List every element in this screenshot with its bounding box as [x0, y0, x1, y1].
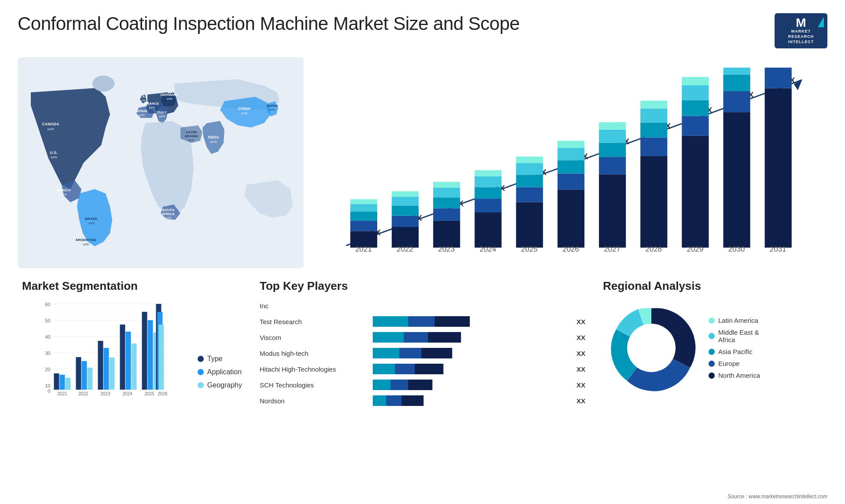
regional-legend: Latin America Middle East &Africa Asia P… — [709, 317, 760, 379]
player-bar-viscom — [352, 331, 570, 343]
svg-rect-102 — [723, 91, 750, 112]
svg-text:50: 50 — [45, 318, 50, 323]
europe-label: Europe — [718, 360, 739, 367]
svg-text:MEXICO: MEXICO — [57, 188, 71, 192]
svg-text:2028: 2028 — [645, 245, 662, 253]
svg-text:FRANCE: FRANCE — [144, 102, 159, 106]
player-name-sch: SCH Technologies — [260, 381, 348, 389]
svg-text:2024: 2024 — [122, 391, 132, 396]
application-label: Application — [207, 368, 242, 376]
application-dot — [198, 369, 204, 375]
svg-rect-63 — [433, 182, 460, 187]
svg-text:2030: 2030 — [728, 245, 745, 253]
type-label: Type — [207, 355, 223, 363]
world-map-section: CANADA xx% U.S. xx% MEXICO xx% BRAZIL xx… — [18, 57, 304, 268]
svg-text:SAUDI: SAUDI — [186, 130, 197, 134]
source-text: Source : www.marketresearchintellect.com — [727, 493, 827, 500]
svg-rect-50 — [350, 204, 377, 212]
seg-chart: 60 50 40 30 20 10 0 — [22, 299, 189, 398]
player-value-modus: XX — [577, 350, 585, 357]
bottom-grid: Market Segmentation 60 50 40 30 20 10 0 — [18, 275, 827, 407]
svg-text:SPAIN: SPAIN — [136, 109, 147, 113]
svg-text:SOUTH: SOUTH — [162, 208, 174, 212]
europe-dot — [709, 361, 715, 367]
player-row-viscom: Viscom XX — [260, 331, 585, 343]
legend-geography: Geography — [198, 381, 242, 389]
svg-rect-51 — [350, 199, 377, 204]
svg-text:20: 20 — [45, 367, 50, 372]
svg-text:xx%: xx% — [188, 139, 194, 142]
svg-rect-57 — [392, 191, 419, 197]
svg-text:2027: 2027 — [604, 245, 621, 253]
svg-rect-65 — [474, 212, 501, 248]
middle-east-dot — [709, 333, 715, 339]
svg-rect-101 — [723, 112, 750, 248]
svg-rect-87 — [599, 122, 626, 130]
legend-asia-pacific: Asia Pacific — [709, 348, 760, 355]
asia-pacific-label: Asia Pacific — [718, 348, 753, 355]
svg-rect-128 — [76, 357, 81, 390]
bar-chart-section: XX XX XX XX XX XX XX XX XX XX XX 2021 — [312, 57, 827, 268]
svg-rect-89 — [640, 156, 667, 248]
svg-text:ARABIA: ARABIA — [184, 134, 198, 138]
donut-svg — [603, 299, 700, 396]
svg-text:2022: 2022 — [78, 391, 88, 396]
legend-application: Application — [198, 368, 242, 376]
svg-rect-48 — [350, 221, 377, 231]
svg-text:xx%: xx% — [210, 140, 217, 144]
svg-rect-85 — [599, 143, 626, 157]
player-name-modus: Modus high-tech — [260, 350, 348, 357]
svg-rect-99 — [682, 77, 709, 85]
north-america-dot — [709, 373, 715, 379]
player-name-viscom: Viscom — [260, 334, 348, 341]
svg-rect-130 — [87, 368, 92, 390]
svg-rect-103 — [723, 74, 750, 91]
seg-chart-container: 60 50 40 30 20 10 0 — [22, 299, 242, 398]
svg-text:2026: 2026 — [562, 245, 579, 253]
svg-text:ARGENTINA: ARGENTINA — [75, 238, 96, 242]
svg-rect-79 — [558, 160, 584, 173]
player-bar-testresearch — [352, 315, 570, 328]
svg-text:2022: 2022 — [397, 245, 413, 253]
svg-rect-80 — [558, 148, 584, 160]
svg-rect-141 — [147, 320, 153, 390]
player-name-inc: Inc — [260, 302, 348, 310]
svg-rect-107 — [765, 88, 792, 248]
player-name-hitachi: Hitachi High-Technologies — [260, 365, 348, 373]
svg-text:xx%: xx% — [83, 243, 88, 246]
page-container: Conformal Coating Inspection Machine Mar… — [0, 0, 845, 504]
svg-text:2025: 2025 — [521, 245, 538, 253]
svg-text:2021: 2021 — [57, 391, 67, 396]
latin-america-label: Latin America — [718, 317, 758, 324]
svg-rect-73 — [516, 175, 543, 187]
svg-rect-53 — [392, 227, 419, 248]
north-america-label: North America — [718, 372, 760, 379]
geography-dot — [198, 382, 204, 388]
svg-text:CANADA: CANADA — [42, 122, 59, 126]
svg-rect-162 — [373, 380, 390, 390]
player-row-nordson: Nordson XX — [260, 394, 585, 407]
legend-europe: Europe — [709, 360, 760, 367]
svg-text:U.K.: U.K. — [139, 95, 146, 99]
svg-text:2023: 2023 — [438, 245, 455, 253]
svg-rect-62 — [433, 188, 460, 198]
svg-text:2031: 2031 — [770, 245, 786, 253]
svg-rect-153 — [373, 332, 404, 343]
svg-text:30: 30 — [45, 351, 50, 356]
svg-rect-74 — [516, 163, 543, 175]
svg-rect-61 — [433, 197, 460, 208]
svg-rect-84 — [599, 157, 626, 175]
svg-text:2023: 2023 — [100, 391, 110, 396]
svg-rect-66 — [474, 199, 501, 212]
svg-rect-133 — [103, 348, 109, 390]
svg-rect-67 — [474, 187, 501, 199]
svg-rect-136 — [120, 325, 125, 390]
svg-point-166 — [627, 324, 676, 372]
svg-rect-68 — [474, 176, 501, 187]
svg-rect-146 — [158, 325, 164, 390]
svg-rect-92 — [640, 109, 667, 123]
logo-letter: M — [796, 17, 806, 29]
logo-triangle-icon — [818, 17, 824, 27]
svg-rect-150 — [373, 316, 408, 327]
player-row-testresearch: Test Research XX — [260, 315, 585, 328]
